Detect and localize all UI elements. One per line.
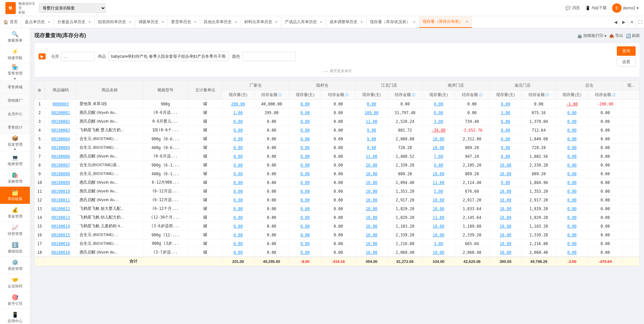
color-input[interactable] [242, 52, 296, 61]
sidebar-item-appstore[interactable]: 📱 应用中心 [0, 309, 30, 324]
industry-selector[interactable]: 母婴行业演示陈套 [39, 3, 106, 13]
col-lucun-amt: 结存金额 ⓘ [321, 90, 356, 100]
nav-next-btn[interactable]: ▶ [620, 16, 628, 28]
table-row: 1200100011惠氏启醒 (Wyeth illu...(6-12月适...罐… [35, 196, 640, 204]
tab-kucunfb[interactable]: 现存量（库存分布表） ✕ [419, 16, 472, 28]
close-icon[interactable]: ✕ [320, 20, 322, 24]
sidebar-item-operations[interactable]: 📈 经营管理 [0, 222, 30, 239]
table-row: 500100004合生元 (BIOSTIME) ...900g (0-6...罐… [35, 135, 640, 143]
logo-text: 畅捷进好生意 标版 [18, 1, 36, 14]
sidebar-item-search[interactable]: 🔍 搜索英单 [0, 28, 30, 46]
collapse-arrow[interactable]: ▶ [39, 53, 46, 59]
product-input[interactable] [108, 52, 229, 61]
refresh-btn[interactable]: 🔄 刷新 [626, 33, 640, 39]
sidebar-item-nav[interactable]: ⚡ 快捷导航 [0, 46, 30, 63]
col-group-lucun: 陆村仓 [289, 81, 356, 90]
table-row: 200100001惠氏启醒 (Wyeth illu...(0-6月适...罐1.… [35, 108, 640, 117]
table-row: 1500100014飞鹤星飞帆 儿童奶粉 4...(3-6岁适用...罐0.00… [35, 222, 640, 231]
col-group-jiangbei: 江北门店 [356, 81, 423, 90]
expand-conditions-btn[interactable]: ⌄⌄ 展开更多条件 [322, 69, 352, 73]
col-nanan-qty: 现存量(主) [423, 90, 454, 100]
table-row: 600100005合生元 (BIOSTIME) ...400g (0-6...罐… [35, 143, 640, 152]
export-btn[interactable]: 📤 导出 [609, 33, 623, 39]
logo-icon: 畅 [5, 2, 16, 14]
gear-icon: ⚙ [38, 88, 41, 92]
tab-diaob[interactable]: 调拨单历史 ✕ [135, 16, 168, 28]
refresh-icon: 🔄 [626, 34, 631, 38]
close-icon[interactable]: ✕ [360, 20, 363, 24]
tab-qitachuku[interactable]: 其他出库单历史 ✕ [200, 16, 241, 28]
tab-zuzhuang[interactable]: 组装拆卸单历史 ✕ [95, 16, 135, 28]
col-gear[interactable]: ⚙ [35, 81, 45, 100]
close-icon[interactable]: ✕ [129, 20, 131, 24]
col-nanan-amt: 结存金额 ⓘ [454, 90, 489, 100]
nav-prev-btn[interactable]: ◀ [612, 16, 620, 28]
tab-cailiaochu[interactable]: 材料出库单历史 ✕ [241, 16, 281, 28]
nav-expand-btn[interactable]: ⛶ [636, 16, 644, 28]
table-row: 400100003飞鹤星飞帆 婴儿配方奶...1段(0-6个...罐0.000.… [35, 126, 640, 135]
chevron-down-icon: ⌄⌄ [322, 69, 328, 73]
warehouse-input[interactable] [61, 52, 95, 61]
sidebar-item-retail-stats[interactable]: 零售统计 [0, 121, 30, 134]
sidebar-item-inventory[interactable]: 🗂️ 库存核算 [0, 187, 30, 204]
table-row: 1100100010惠氏启醒 (Wyeth illu...(6-12月适...罐… [35, 187, 640, 196]
search-button[interactable]: 查询 [617, 46, 636, 56]
user-menu[interactable]: E demo2 ▾ [612, 3, 639, 13]
close-icon[interactable]: ✕ [161, 20, 164, 24]
table-row: 1000100009惠氏启醒 (Wyeth illu...6-12月900...… [35, 178, 640, 187]
tab-home[interactable]: 🏠 首页 [0, 16, 21, 28]
top-header: 畅 畅捷进好生意 标版 母婴行业演示陈套 💬 消息 📱 App下载 E demo… [0, 0, 644, 16]
close-icon[interactable]: ✕ [234, 20, 237, 24]
sidebar-item-marketing[interactable]: 营销推广 [0, 94, 30, 107]
sidebar-item-retail-shop[interactable]: 零售商城 [0, 81, 30, 94]
col-chanjia-qty: 现存量(主) [222, 90, 254, 100]
sidebar-item-member-center[interactable]: 会员中心 [0, 107, 30, 121]
gear-icon: ⚙️ [12, 259, 18, 266]
sidebar-item-system[interactable]: ⚙️ 系统管理 [0, 257, 30, 274]
close-icon[interactable]: ✕ [413, 20, 416, 24]
close-icon[interactable]: ✕ [275, 20, 278, 24]
page-title-bar: 现存量查询(库存分布) 🖨️ 按模板打印 ▾ 📤 导出 🔄 刷新 [34, 32, 640, 39]
close-icon[interactable]: ✕ [48, 20, 50, 24]
page-title: 现存量查询(库存分布) [34, 32, 86, 39]
close-icon[interactable]: ✕ [194, 20, 197, 24]
sidebar-item-retail-mgmt[interactable]: 🏪 零售管理 ▲ [0, 63, 30, 81]
tab-yaohuo[interactable]: 要货单历史 ✕ [168, 16, 200, 28]
expand-row: ⌄⌄ 展开更多条件 [39, 68, 636, 74]
app-download-btn[interactable]: 📱 App下载 [585, 5, 607, 11]
nav-close-all-btn[interactable]: ✕ [628, 16, 636, 28]
table-row: 1400100013飞鹤星飞帆 幼儿配方奶...(12-36个月...罐0.00… [35, 213, 640, 222]
sidebar-item-finance[interactable]: 💰 资金管理 [0, 204, 30, 222]
chevron-down-icon: ▾ [604, 34, 606, 38]
close-icon[interactable]: ✕ [88, 20, 91, 24]
sidebar-item-basic-info[interactable]: ℹ️ 基础信息 [0, 239, 30, 257]
col-group-nanan: 南岸门店 [423, 81, 490, 90]
messages-btn[interactable]: 💬 消息 [566, 5, 580, 11]
col-jiangbei-amt: 结存金额 ⓘ [387, 90, 422, 100]
table-row: 800100007合生元(BIOSTIME)派...900g (6-1...罐0… [35, 161, 640, 170]
tab-chanchengru[interactable]: 产成品入库单历史 ✕ [281, 16, 326, 28]
tab-kucunzk[interactable]: 现存量（库存状况表） ✕ [367, 16, 419, 28]
col-unit: 主计量单位 [188, 81, 222, 100]
col-zongcang-amt: 结存金额 ⓘ [588, 90, 623, 100]
sidebar-item-collab[interactable]: 🤝 企业协同 [0, 274, 30, 291]
tab-pandian[interactable]: 盘点单历史 ✕ [21, 16, 54, 28]
close-icon[interactable]: ✕ [466, 20, 468, 24]
col-jiangbei-qty: 现存量(主) [356, 90, 387, 100]
tab-fenpandian[interactable]: 分量盘点单历史 ✕ [54, 16, 95, 28]
setting-button[interactable]: 设置 [617, 57, 636, 66]
tab-chengbentj[interactable]: 成本调整单历史 ✕ [326, 16, 367, 28]
print-btn[interactable]: 🖨️ 按模板打印 ▾ [577, 33, 606, 39]
sidebar-item-guide[interactable]: 🎯 新手引导 [0, 291, 30, 309]
ecommerce-icon: 💻 [12, 154, 18, 161]
table-row: 700100006惠氏启醒 (Wyeth illu...(0-6月适...罐0.… [35, 152, 640, 161]
col-zongcang-qty: 现存量(主) [556, 90, 588, 100]
appstore-icon: 📱 [12, 312, 18, 318]
header-right: 💬 消息 📱 App下载 E demo2 ▾ [566, 3, 639, 13]
logo-area: 畅 畅捷进好生意 标版 [5, 1, 36, 14]
sidebar-item-ecommerce[interactable]: 💻 电商管理 [0, 152, 30, 169]
sidebar-item-purchase[interactable]: 🛍️ 采购管理 [0, 169, 30, 187]
home-icon: 🏠 [3, 20, 8, 25]
col-lucun-qty: 现存量(主) [289, 90, 321, 100]
sidebar-item-wholesale[interactable]: 📦 批发管理 ▼ [0, 134, 30, 152]
